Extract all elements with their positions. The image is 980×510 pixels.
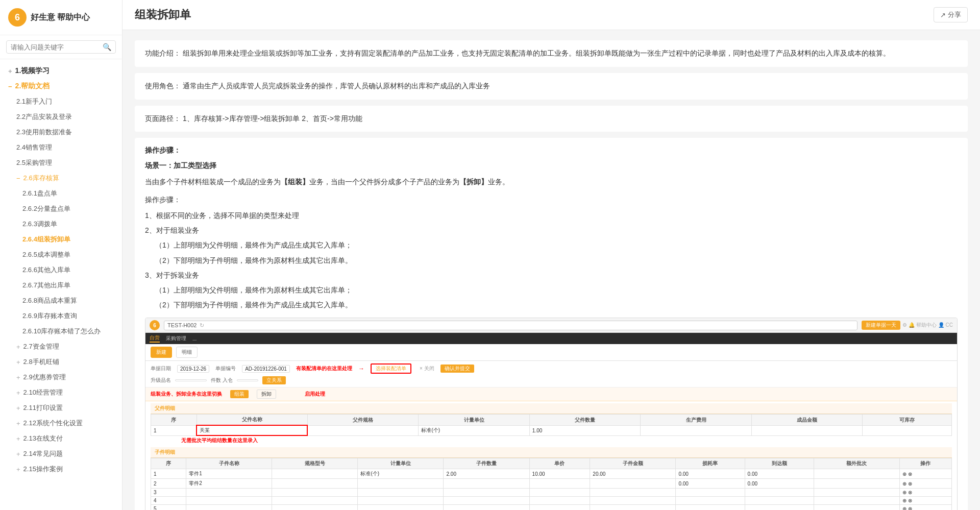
screenshot-container: 6 TEST-H002 ↻ 新建单据一天 ⚙ 🔔 帮助中心 👤 CC 自营 — [145, 318, 958, 510]
function-intro-block: 功能介绍： 组装拆卸单用来处理企业组装或拆卸等加工业务，支持有固定装配清单的产品… — [135, 40, 968, 67]
scenario-title: 场景一：加工类型选择 — [145, 161, 216, 169]
ss-address-bar: TEST-H002 ↻ — [164, 321, 857, 330]
ss-date-label: 单据日期 — [151, 365, 171, 372]
expand-icon-print: + — [16, 404, 20, 412]
sidebar-item-inv5[interactable]: 2.6.5成本调整单 — [0, 247, 122, 262]
ss-anno-assembly: 组装业务、拆卸业务在这里切换 — [151, 391, 222, 398]
ss-save-btn[interactable]: 立关系 — [262, 376, 286, 384]
sidebar-item-faq[interactable]: + 2.14常见问题 — [0, 446, 122, 462]
ss-upper-table-wrap: 父件明细 序 父件名称 父件规格 计量单位 父件数量 生产费用 — [145, 401, 957, 436]
sidebar-item-capital[interactable]: + 2.7资金管理 — [0, 339, 122, 354]
content-body: 功能介绍： 组装拆卸单用来处理企业组装或拆卸等加工业务，支持有固定装配清单的产品… — [122, 30, 980, 510]
ss-th-prod-amount: 成品金额 — [751, 415, 862, 426]
ss-tab-new: 新建 — [151, 347, 172, 358]
ss-select-btn[interactable]: 选择装配清单 — [371, 363, 411, 374]
sidebar-item-sysconfig[interactable]: + 2.12系统个性化设置 — [0, 416, 122, 431]
ss-field-label: 升级品名 — [151, 377, 171, 384]
ss-qty-input[interactable] — [237, 379, 258, 381]
path-label: 页面路径： — [145, 114, 181, 123]
sidebar-item-inv7[interactable]: 2.6.7其他出库单 — [0, 278, 122, 293]
ss-confirm-btn[interactable]: 确认并提交 — [440, 365, 474, 373]
sidebar-item-coupon[interactable]: + 2.9优惠券管理 — [0, 370, 122, 385]
steps-title: 操作步骤： — [145, 146, 958, 155]
ss-icons: ⚙ 🔔 帮助中心 👤 CC — [902, 322, 953, 329]
share-icon: ↗ — [940, 11, 946, 19]
sidebar-item-print[interactable]: + 2.11打印设置 — [0, 400, 122, 416]
sidebar-item-inv9[interactable]: 2.6.9库存账本查询 — [0, 308, 122, 324]
step3: 3、对于拆装业务 — [145, 269, 958, 282]
ss-upper-table: 序 父件名称 父件规格 计量单位 父件数量 生产费用 成品金额 可库存 — [151, 414, 952, 436]
sidebar-item-sales[interactable]: 2.4销售管理 — [0, 140, 122, 155]
role-label: 使用角色： — [145, 82, 181, 90]
path-block: 页面路径： 1、库存核算->库存管理->组装拆卸单 2、首页->常用功能 — [135, 106, 968, 132]
ss-btn-group: 新建单据一天 ⚙ 🔔 帮助中心 👤 CC — [862, 321, 953, 330]
ss-th-seq: 序 — [151, 415, 197, 426]
ss-anno-qty: 无需批次平均组结数量在这里录入 — [181, 438, 258, 443]
table-row: 1 零件1 标准(个) 2.00 10.00 20.00 0.00 0.00 — [151, 469, 952, 479]
step-list: 1、根据不同的业务，选择不同单据的类型来处理 2、对于组装业务 （1）上部明细为… — [145, 209, 958, 311]
sidebar-item-inventory[interactable]: − 2.6库存核算 — [0, 171, 122, 186]
steps-section: 操作步骤： 场景一：加工类型选择 当由多个子件材料组装成一个成品的业务为【组装】… — [135, 138, 968, 510]
top-bar: 组装拆卸单 ↗ 分享 — [122, 0, 980, 30]
ss-nav-purchase: 采购管理 — [166, 335, 186, 342]
steps-intro: 操作步骤： — [145, 193, 958, 206]
search-input[interactable] — [11, 43, 103, 51]
sidebar-item-inv8[interactable]: 2.6.8商品成本重算 — [0, 293, 122, 308]
ss-date-val: 2019-12-26 — [177, 365, 209, 373]
ss-disassembly-type-btn[interactable]: 拆卸 — [257, 390, 276, 399]
step3-2: （2）下部明细为子件明细，最终作为产成品生成其它入库单。 — [145, 299, 958, 311]
expand-icon-coupon: + — [16, 374, 20, 381]
table-row: 3 ⊕ ⊗ — [151, 489, 952, 497]
sidebar-item-inv1[interactable]: 2.6.1盘点单 — [0, 186, 122, 201]
sidebar-item-newbie[interactable]: 2.1新手入门 — [0, 94, 122, 109]
expand-icon-payment: + — [16, 435, 20, 443]
share-button[interactable]: ↗ 分享 — [934, 7, 968, 22]
sidebar-item-mobile[interactable]: + 2.8手机旺铺 — [0, 354, 122, 370]
sidebar-item-data[interactable]: 2.3使用前数据准备 — [0, 125, 122, 140]
expand-icon-video: + — [8, 67, 12, 75]
ss-th-prod-cost: 生产费用 — [641, 415, 751, 426]
search-area: 🔍 — [0, 35, 122, 59]
ss-assembly-type-btn[interactable]: 组装 — [230, 390, 249, 398]
ss-th-inventory: 可库存 — [863, 415, 952, 426]
ss-topbar: 6 TEST-H002 ↻ 新建单据一天 ⚙ 🔔 帮助中心 👤 CC — [145, 318, 957, 333]
step2: 2、对于组装业务 — [145, 224, 958, 237]
sidebar-item-operation[interactable]: + 2.10经营管理 — [0, 385, 122, 400]
sidebar-item-inv3[interactable]: 2.6.3调拨单 — [0, 216, 122, 232]
role-text: 通常由生产人员或库管人员完成拆装业务的操作，库管人员确认原材料的出库和产成品的入… — [183, 82, 490, 90]
ss-close-btn[interactable]: × 关闭 — [420, 365, 434, 372]
sidebar-item-inv10[interactable]: 2.6.10库存账本错了怎么办 — [0, 324, 122, 339]
ss-th-parent-qty: 父件数量 — [529, 415, 640, 426]
expand-icon-cases: + — [16, 466, 20, 473]
ss-field-input[interactable] — [175, 379, 207, 381]
sidebar-item-payment[interactable]: + 2.13在线支付 — [0, 431, 122, 446]
nav-tree: + 1.视频学习 − 2.帮助文档 2.1新手入门 2.2产品安装及登录 2.3… — [0, 59, 122, 510]
step3-1: （1）上部明细为父件明细，最终作为原材料生成其它出库单； — [145, 284, 958, 297]
sidebar-item-purchase[interactable]: 2.5采购管理 — [0, 155, 122, 171]
ss-address-text: TEST-H002 — [167, 322, 197, 328]
expand-icon-inventory: − — [16, 175, 20, 182]
ss-th-parent-spec: 父件规格 — [307, 415, 418, 426]
ss-th-parent-name: 父件名称 — [197, 415, 307, 426]
app-title: 好生意 帮助中心 — [31, 12, 90, 23]
sidebar-item-docs[interactable]: − 2.帮助文档 — [0, 79, 122, 94]
sidebar-item-video[interactable]: + 1.视频学习 — [0, 63, 122, 79]
sidebar: 6 好生意 帮助中心 🔍 + 1.视频学习 − 2.帮助文档 2.1新手入门 2… — [0, 0, 122, 510]
expand-icon-mobile: + — [16, 358, 20, 366]
ss-parent-name-cell: 关某 — [197, 425, 307, 435]
step1: 1、根据不同的业务，选择不同单据的类型来处理 — [145, 209, 958, 222]
ss-anno-process: 启用处理 — [305, 391, 325, 398]
sidebar-item-inv4-active[interactable]: 2.6.4组装拆卸单 — [0, 232, 122, 247]
ss-upper-header: 父件明细 — [151, 403, 952, 414]
sidebar-item-inv6[interactable]: 2.6.6其他入库单 — [0, 262, 122, 278]
ss-new-btn: 新建单据一天 — [862, 321, 900, 330]
ss-form-header: 单据日期 2019-12-26 单据编号 AD-20191226-001 有装配… — [145, 361, 957, 387]
search-icon[interactable]: 🔍 — [103, 43, 111, 51]
ss-refresh-icon: ↻ — [200, 322, 204, 329]
sidebar-item-inv2[interactable]: 2.6.2分量盘点单 — [0, 201, 122, 216]
sidebar-item-install[interactable]: 2.2产品安装及登录 — [0, 109, 122, 125]
ss-th-unit: 计量单位 — [419, 415, 529, 426]
table-row: 2 零件2 0.00 0.00 — [151, 479, 952, 489]
table-row: 4 ⊕ ⊗ — [151, 497, 952, 505]
sidebar-item-cases[interactable]: + 2.15操作案例 — [0, 462, 122, 477]
